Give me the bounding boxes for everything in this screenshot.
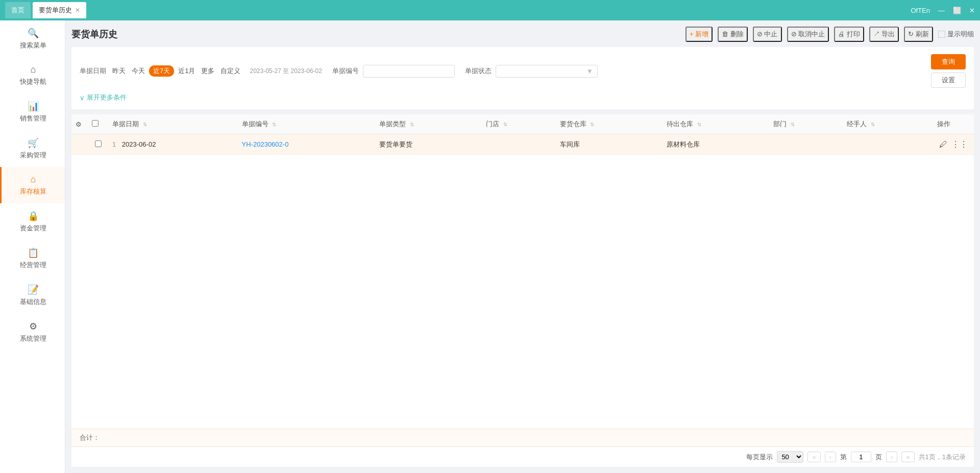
sidebar-item-finance[interactable]: 🔒 资金管理 <box>0 203 65 240</box>
shortcut-1month[interactable]: 近1月 <box>176 65 197 77</box>
sidebar-item-system[interactable]: ⚙ 系统管理 <box>0 314 65 350</box>
query-actions: 查询 设置 <box>931 54 966 88</box>
content-area: 要货单历史 + 新增 🗑 删除 ⊘ 中止 ⊘ 取消中止 🖨 打印 ↗ 导出 ↻ … <box>65 20 980 473</box>
col-req-warehouse-sort-icon[interactable]: ⇅ <box>590 122 594 127</box>
col-bill-no-sort-icon[interactable]: ⇅ <box>272 122 276 127</box>
total-info: 共1页，1条记录 <box>919 453 966 462</box>
export-button[interactable]: ↗ 导出 <box>869 27 899 42</box>
bill-number-input[interactable] <box>363 65 455 78</box>
expand-row: ∨ 展开更多条件 <box>80 93 966 102</box>
summary-label: 合计： <box>80 434 100 441</box>
display-detail-toggle[interactable]: 显示明细 <box>938 30 974 39</box>
sidebar-item-operations[interactable]: 📋 经营管理 <box>0 240 65 277</box>
minimize-icon[interactable]: — <box>938 7 945 14</box>
status-field: 单据状态 ▼ <box>465 65 598 78</box>
row-bill-no-link[interactable]: YH-20230602-0 <box>242 140 289 148</box>
query-button[interactable]: 查询 <box>931 54 966 69</box>
col-req-warehouse-header: 要货仓库 ⇅ <box>556 114 663 134</box>
query-area: 单据日期 昨天 今天 近7天 近1月 更多 自定义 2023-05-27 至 2… <box>71 47 974 109</box>
col-pending-warehouse-label: 待出仓库 <box>667 120 693 128</box>
col-handler-sort-icon[interactable]: ⇅ <box>871 122 875 127</box>
table-scroll: ⚙ 单据日期 ⇅ 单据编号 ⇅ <box>71 114 974 429</box>
col-date-header: 单据日期 ⇅ <box>108 114 238 134</box>
row-req-warehouse-cell: 车间库 <box>556 134 663 155</box>
header-row: ⚙ 单据日期 ⇅ 单据编号 ⇅ <box>71 114 974 134</box>
row-more-icon[interactable]: ⋮⋮ <box>951 140 968 149</box>
refresh-button[interactable]: ↻ 刷新 <box>904 27 933 42</box>
col-dept-header: 部门 ⇅ <box>769 114 843 134</box>
page-size-select[interactable]: 10 20 50 100 <box>777 451 803 463</box>
col-ops-label: 操作 <box>937 120 950 128</box>
sidebar-label-sales: 销售管理 <box>20 114 46 123</box>
settings-button[interactable]: 设置 <box>931 73 966 88</box>
shortcut-today[interactable]: 今天 <box>130 65 147 77</box>
col-req-warehouse-label: 要货仓库 <box>560 120 586 128</box>
col-bill-type-sort-icon[interactable]: ⇅ <box>410 122 414 127</box>
print-button[interactable]: 🖨 打印 <box>834 27 864 42</box>
stop-button[interactable]: ⊘ 中止 <box>753 27 782 42</box>
col-bill-no-header: 单据编号 ⇅ <box>238 114 376 134</box>
close-icon[interactable]: ✕ <box>969 7 975 14</box>
sidebar: 🔍 搜索菜单 ⌂ 快捷导航 📊 销售管理 🛒 采购管理 ⌂ 库存核算 🔒 资金管… <box>0 20 65 473</box>
tab-bar: 首页 要货单历史 ✕ <box>5 2 911 18</box>
display-detail-checkbox[interactable] <box>938 31 945 38</box>
col-date-label: 单据日期 <box>112 120 139 128</box>
row-bill-type-cell: 要货单要货 <box>375 134 482 155</box>
operations-icon: 📋 <box>28 247 39 258</box>
page-input[interactable] <box>851 452 871 462</box>
table-body: 1 2023-06-02 YH-20230602-0 要货单要货 <box>71 134 974 155</box>
expand-button[interactable]: ∨ 展开更多条件 <box>80 93 966 102</box>
row-pending-warehouse-cell: 原材料仓库 <box>663 134 769 155</box>
shortcut-7days[interactable]: 近7天 <box>149 65 174 77</box>
sidebar-label-system: 系统管理 <box>20 334 46 343</box>
col-date-sort-icon[interactable]: ⇅ <box>143 122 147 127</box>
col-store-label: 门店 <box>486 120 499 128</box>
col-dept-sort-icon[interactable]: ⇅ <box>791 122 795 127</box>
row-pending-warehouse: 原材料仓库 <box>667 140 700 148</box>
maximize-icon[interactable]: ⬜ <box>953 7 961 14</box>
sidebar-item-basic-info[interactable]: 📝 基础信息 <box>0 277 65 314</box>
col-settings[interactable]: ⚙ <box>71 114 88 134</box>
top-bar-right: OfTEn — ⬜ ✕ <box>911 7 975 14</box>
page-title: 要货单历史 <box>71 28 117 40</box>
sidebar-item-inventory[interactable]: ⌂ 库存核算 <box>0 167 65 203</box>
shortcut-custom[interactable]: 自定义 <box>218 65 242 77</box>
page-header: 要货单历史 + 新增 🗑 删除 ⊘ 中止 ⊘ 取消中止 🖨 打印 ↗ 导出 ↻ … <box>71 27 974 42</box>
toolbar: + 新增 🗑 删除 ⊘ 中止 ⊘ 取消中止 🖨 打印 ↗ 导出 ↻ 刷新 显示明… <box>685 27 974 42</box>
tab-bill-history[interactable]: 要货单历史 ✕ <box>33 2 86 18</box>
col-handler-header: 经手人 ⇅ <box>843 114 933 134</box>
delete-button[interactable]: 🗑 删除 <box>718 27 748 42</box>
cancel-stop-button[interactable]: ⊘ 取消中止 <box>787 27 829 42</box>
basic-info-icon: 📝 <box>28 284 39 295</box>
first-page-button[interactable]: « <box>807 452 820 462</box>
prev-page-button[interactable]: ‹ <box>825 452 836 462</box>
sidebar-label-inventory: 库存核算 <box>20 187 46 196</box>
status-dropdown-icon[interactable]: ▼ <box>586 67 593 75</box>
sidebar-item-sales[interactable]: 📊 销售管理 <box>0 93 65 130</box>
row-store-cell <box>482 134 555 155</box>
col-pending-warehouse-header: 待出仓库 ⇅ <box>663 114 769 134</box>
next-page-button[interactable]: › <box>886 452 897 462</box>
row-edit-icon[interactable]: 🖊 <box>939 140 947 149</box>
row-checkbox-cell <box>88 134 108 155</box>
quick-nav-icon: ⌂ <box>31 64 36 75</box>
table-area: ⚙ 单据日期 ⇅ 单据编号 ⇅ <box>71 114 974 467</box>
new-button[interactable]: + 新增 <box>685 27 713 42</box>
row-date: 2023-06-02 <box>122 140 156 148</box>
tab-home[interactable]: 首页 <box>5 2 31 18</box>
shortcut-more[interactable]: 更多 <box>199 65 216 77</box>
sidebar-item-search-menu[interactable]: 🔍 搜索菜单 <box>0 20 65 57</box>
select-all-checkbox[interactable] <box>92 120 99 127</box>
last-page-button[interactable]: » <box>901 452 914 462</box>
tab-close-icon[interactable]: ✕ <box>75 7 80 14</box>
col-checkbox-header <box>88 114 108 134</box>
shortcut-yesterday[interactable]: 昨天 <box>110 65 128 77</box>
col-store-sort-icon[interactable]: ⇅ <box>503 122 507 127</box>
data-table: ⚙ 单据日期 ⇅ 单据编号 ⇅ <box>71 114 974 155</box>
sidebar-item-purchase[interactable]: 🛒 采购管理 <box>0 130 65 167</box>
row-handler-cell <box>843 134 933 155</box>
col-pending-warehouse-sort-icon[interactable]: ⇅ <box>697 122 701 127</box>
row-checkbox[interactable] <box>95 140 102 147</box>
sidebar-label-finance: 资金管理 <box>20 224 46 233</box>
sidebar-item-quick-nav[interactable]: ⌂ 快捷导航 <box>0 57 65 93</box>
